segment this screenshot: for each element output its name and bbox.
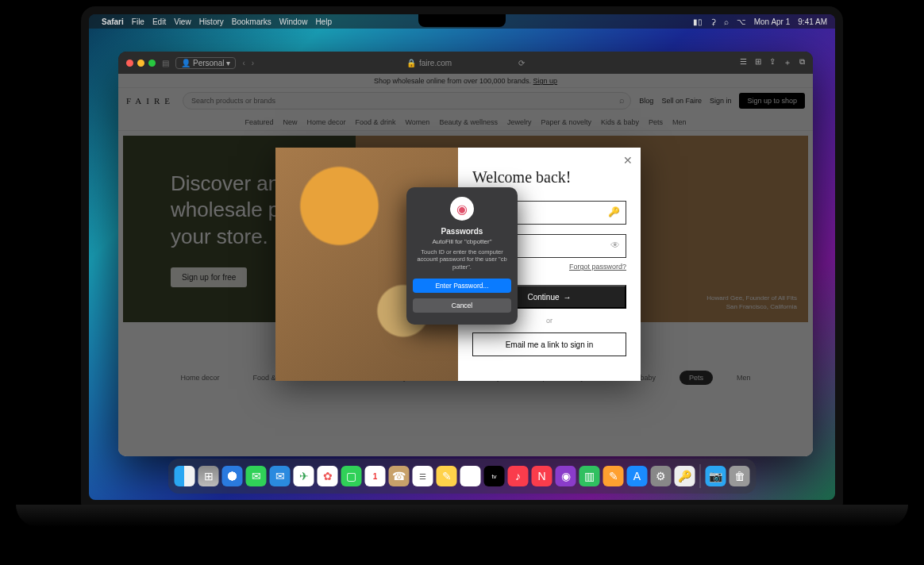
window-minimize[interactable] bbox=[137, 60, 144, 67]
new-tab-icon[interactable]: ＋ bbox=[783, 57, 791, 68]
extensions-icon[interactable]: ⊞ bbox=[755, 57, 761, 68]
lock-icon: 🔒 bbox=[406, 59, 416, 67]
laptop-base bbox=[16, 505, 908, 527]
menu-app[interactable]: Safari bbox=[102, 17, 124, 26]
dock-calendar[interactable]: 1 bbox=[365, 466, 386, 486]
status-date[interactable]: Mon Apr 1 bbox=[754, 17, 791, 26]
dialog-title: Passwords bbox=[413, 227, 511, 236]
show-password-icon[interactable]: 👁 bbox=[610, 240, 620, 251]
login-title: Welcome back! bbox=[472, 168, 626, 186]
menu-history[interactable]: History bbox=[199, 17, 224, 26]
status-search-icon[interactable]: ⌕ bbox=[724, 17, 729, 26]
status-battery-icon[interactable]: ▮▯ bbox=[693, 17, 703, 26]
sidebar-toggle-icon[interactable]: ▤ bbox=[162, 59, 169, 67]
profile-selector[interactable]: 👤 Personal ▾ bbox=[175, 57, 236, 69]
enter-password-button[interactable]: Enter Password... bbox=[413, 279, 511, 293]
dock-trash[interactable]: 🗑 bbox=[730, 466, 750, 486]
email-link-button[interactable]: Email me a link to sign in bbox=[472, 332, 626, 356]
cancel-button[interactable]: Cancel bbox=[413, 298, 511, 313]
dock-photos[interactable]: ✿ bbox=[318, 466, 338, 486]
tabs-overview-icon[interactable]: ⧉ bbox=[799, 57, 805, 68]
menu-file[interactable]: File bbox=[132, 17, 144, 26]
dock-contacts[interactable]: ☎ bbox=[389, 466, 410, 486]
dock-mail[interactable]: ✉ bbox=[270, 466, 291, 486]
dock-notes[interactable]: ✎ bbox=[437, 466, 457, 486]
dock-reminders[interactable]: ☰ bbox=[413, 466, 433, 486]
status-control-center-icon[interactable]: ⌥ bbox=[737, 17, 746, 26]
safari-titlebar: ▤ 👤 Personal ▾ ‹ › 🔒 faire.com ⟳ ☰ ⊞ ⇪ ＋… bbox=[118, 52, 813, 74]
dock: ⊞ ✉ ✉ ✈ ✿ ▢ 1 ☎ ☰ ✎ ✦ tv ♪ N ◉ ▥ ✎ A ⚙ 🔑… bbox=[168, 459, 757, 494]
dock-pages[interactable]: ✎ bbox=[603, 466, 624, 486]
back-button[interactable]: ‹ bbox=[242, 59, 244, 67]
forward-button[interactable]: › bbox=[252, 59, 254, 67]
reader-icon[interactable]: ☰ bbox=[740, 57, 747, 68]
reload-icon[interactable]: ⟳ bbox=[518, 59, 525, 67]
dock-settings[interactable]: ⚙ bbox=[651, 466, 672, 486]
menu-edit[interactable]: Edit bbox=[152, 17, 166, 26]
window-maximize[interactable] bbox=[148, 60, 156, 67]
menu-window[interactable]: Window bbox=[279, 17, 308, 26]
dock-maps[interactable]: ✈ bbox=[294, 466, 314, 486]
menu-help[interactable]: Help bbox=[315, 17, 332, 26]
arrow-right-icon: → bbox=[564, 293, 572, 302]
touchid-icon: ◉ bbox=[450, 197, 474, 221]
address-bar[interactable]: 🔒 faire.com ⟳ bbox=[406, 59, 525, 67]
autofill-key-icon[interactable]: 🔑 bbox=[608, 206, 620, 217]
dock-launchpad[interactable]: ⊞ bbox=[198, 466, 219, 486]
url-host: faire.com bbox=[419, 59, 452, 67]
passwords-autofill-dialog: ◉ Passwords AutoFill for "cbpotter" Touc… bbox=[406, 187, 518, 325]
dock-safari[interactable] bbox=[222, 466, 243, 486]
dock-tv[interactable]: tv bbox=[484, 466, 505, 486]
menu-view[interactable]: View bbox=[174, 17, 191, 26]
dock-appstore[interactable]: A bbox=[627, 466, 648, 486]
dock-news[interactable]: N bbox=[532, 466, 552, 486]
close-icon[interactable]: ✕ bbox=[623, 154, 633, 167]
dock-numbers[interactable]: ▥ bbox=[579, 466, 600, 486]
dock-music[interactable]: ♪ bbox=[508, 466, 529, 486]
dialog-body: Touch ID or enter the computer account p… bbox=[413, 248, 511, 271]
dock-separator bbox=[700, 464, 701, 488]
status-time[interactable]: 9:41 AM bbox=[798, 17, 827, 26]
dock-messages[interactable]: ✉ bbox=[246, 466, 267, 486]
dock-passwords[interactable]: 🔑 bbox=[675, 466, 695, 486]
dock-freeform[interactable]: ✦ bbox=[460, 466, 481, 486]
status-wifi-icon[interactable]: ⚳ bbox=[710, 17, 716, 26]
dock-podcasts[interactable]: ◉ bbox=[556, 466, 576, 486]
dock-finder[interactable] bbox=[175, 466, 195, 486]
dialog-subtitle: AutoFill for "cbpotter" bbox=[413, 238, 511, 245]
menu-bookmarks[interactable]: Bookmarks bbox=[232, 17, 271, 26]
dock-facetime[interactable]: ▢ bbox=[341, 466, 362, 486]
share-icon[interactable]: ⇪ bbox=[769, 57, 776, 68]
window-close[interactable] bbox=[126, 60, 133, 67]
dock-camera-folder[interactable]: 📷 bbox=[706, 466, 726, 486]
